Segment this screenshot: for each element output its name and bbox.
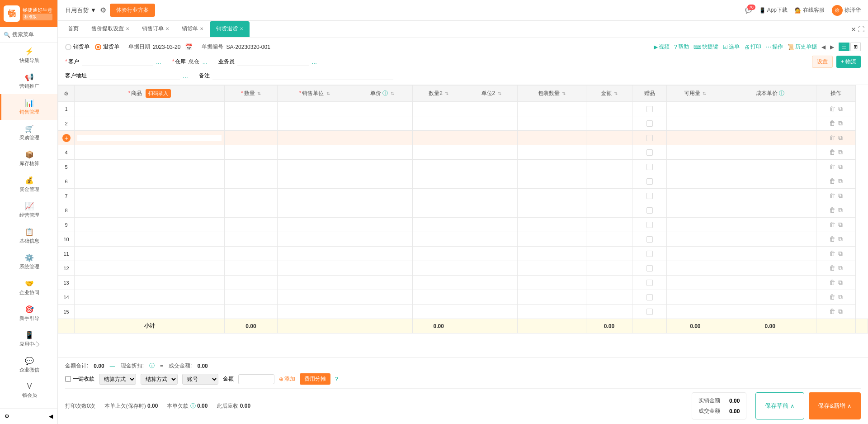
unit-price-info-icon[interactable]: ⓘ	[382, 90, 388, 96]
gift-checkbox[interactable]	[646, 294, 653, 300]
available-cell[interactable]	[666, 305, 724, 319]
tab-home[interactable]: 首页	[61, 21, 85, 37]
amount-cell[interactable]	[586, 203, 632, 218]
sale-unit-cell[interactable]	[277, 218, 352, 232]
gift-cell[interactable]	[632, 203, 666, 218]
table-row[interactable]: 2🗑⧉	[58, 116, 868, 131]
delete-row-icon[interactable]: 🗑	[829, 235, 835, 243]
unit2-cell[interactable]	[465, 261, 517, 276]
quantity-cell[interactable]	[225, 247, 277, 261]
amount-cell[interactable]	[586, 174, 632, 189]
table-row[interactable]: 6🗑⧉	[58, 174, 868, 189]
copy-row-icon[interactable]: ⧉	[838, 264, 843, 272]
amount-cell[interactable]	[586, 102, 632, 116]
gift-cell[interactable]	[632, 102, 666, 116]
shortcut-link[interactable]: ⌨ 快捷键	[693, 43, 718, 51]
product-cell[interactable]	[75, 174, 225, 189]
quantity-cell[interactable]	[225, 276, 277, 290]
add-logistics-btn[interactable]: + 物流	[836, 56, 861, 68]
sale-unit-cell[interactable]	[277, 290, 352, 305]
price-sort-icon[interactable]: ⇅	[391, 91, 394, 96]
unit2-cell[interactable]	[465, 189, 517, 203]
product-cell[interactable]	[75, 102, 225, 116]
gift-cell[interactable]	[632, 131, 666, 145]
settings-icon[interactable]: ⚙	[5, 413, 9, 419]
delete-row-icon[interactable]: 🗑	[829, 134, 835, 142]
message-btn[interactable]: 💬 70	[745, 7, 752, 14]
available-cell[interactable]	[666, 203, 724, 218]
amount-cell[interactable]	[586, 232, 632, 247]
unit-price-cell[interactable]	[352, 261, 412, 276]
amount-cell[interactable]	[586, 131, 632, 145]
search-menu-item[interactable]: 🔍 搜索菜单	[0, 27, 57, 43]
qty2-cell[interactable]	[412, 203, 465, 218]
unit-price-cell[interactable]	[352, 116, 412, 131]
unit-price-cell[interactable]	[352, 276, 412, 290]
account-select[interactable]: 账号	[182, 374, 218, 385]
quantity-cell[interactable]	[225, 160, 277, 174]
topbar-gear-icon[interactable]: ⚙	[100, 6, 106, 14]
product-cell[interactable]	[75, 305, 225, 319]
table-row[interactable]: 14🗑⧉	[58, 290, 868, 305]
unit2-sort-icon[interactable]: ⇅	[498, 91, 501, 96]
sale-unit-cell[interactable]	[277, 276, 352, 290]
gift-cell[interactable]	[632, 116, 666, 131]
sidebar-item-sales[interactable]: 📊 销售管理	[0, 94, 57, 120]
table-row[interactable]: 15🗑⧉	[58, 305, 868, 319]
gift-checkbox[interactable]	[646, 251, 653, 257]
cost-price-cell[interactable]	[724, 131, 816, 145]
radio-sale-bill[interactable]: 销货单	[65, 43, 90, 51]
unit-price-cell[interactable]	[352, 160, 412, 174]
list-view-btn[interactable]: ☰	[839, 43, 849, 51]
cost-price-cell[interactable]	[724, 232, 816, 247]
amount-cell[interactable]	[586, 276, 632, 290]
gift-checkbox[interactable]	[646, 222, 653, 228]
unit2-cell[interactable]	[465, 145, 517, 160]
sidebar-item-system[interactable]: ⚙️ 系统管理	[0, 249, 57, 275]
delete-row-icon[interactable]: 🗑	[829, 206, 835, 214]
table-row[interactable]: 10🗑⧉	[58, 232, 868, 247]
add-payment-btn[interactable]: ⊕ 添加	[279, 375, 295, 383]
copy-row-icon[interactable]: ⧉	[838, 293, 843, 301]
gift-checkbox[interactable]	[646, 265, 653, 272]
unit2-cell[interactable]	[465, 203, 517, 218]
pack-qty-cell[interactable]	[518, 160, 586, 174]
product-cell[interactable]	[75, 276, 225, 290]
quantity-cell[interactable]	[225, 189, 277, 203]
product-cell[interactable]	[75, 145, 225, 160]
amount-sort-icon[interactable]: ⇅	[614, 91, 618, 96]
sidebar-item-member[interactable]: V 畅会员	[0, 378, 57, 403]
delete-row-icon[interactable]: 🗑	[829, 308, 835, 315]
pack-qty-cell[interactable]	[518, 232, 586, 247]
table-row[interactable]: 1🗑⧉	[58, 102, 868, 116]
pack-qty-cell[interactable]	[518, 145, 586, 160]
qty2-cell[interactable]	[412, 174, 465, 189]
available-cell[interactable]	[666, 160, 724, 174]
print-link[interactable]: 🖨 打印	[744, 43, 761, 51]
unit-price-cell[interactable]	[352, 145, 412, 160]
product-input[interactable]	[77, 135, 222, 141]
save-draft-btn[interactable]: 保存草稿 ∧	[755, 392, 804, 419]
cost-price-cell[interactable]	[724, 218, 816, 232]
table-row[interactable]: 12🗑⧉	[58, 261, 868, 276]
pack-qty-cell[interactable]	[518, 203, 586, 218]
quantity-cell[interactable]	[225, 261, 277, 276]
copy-row-icon[interactable]: ⧉	[838, 221, 843, 229]
gift-cell[interactable]	[632, 290, 666, 305]
gift-cell[interactable]	[632, 247, 666, 261]
pack-qty-cell[interactable]	[518, 261, 586, 276]
amount-cell[interactable]	[586, 290, 632, 305]
qty2-sort-icon[interactable]: ⇅	[445, 91, 448, 96]
qty2-cell[interactable]	[412, 305, 465, 319]
gift-checkbox[interactable]	[646, 106, 653, 112]
table-row[interactable]: 8🗑⧉	[58, 203, 868, 218]
amount-cell[interactable]	[586, 145, 632, 160]
unit2-cell[interactable]	[465, 276, 517, 290]
unit-price-cell[interactable]	[352, 189, 412, 203]
tab-close-sales-return[interactable]: ✕	[240, 26, 243, 31]
copy-row-icon[interactable]: ⧉	[838, 192, 843, 200]
delete-row-icon[interactable]: 🗑	[829, 293, 835, 301]
gift-cell[interactable]	[632, 189, 666, 203]
sale-unit-cell[interactable]	[277, 174, 352, 189]
customer-input[interactable]	[82, 57, 153, 66]
